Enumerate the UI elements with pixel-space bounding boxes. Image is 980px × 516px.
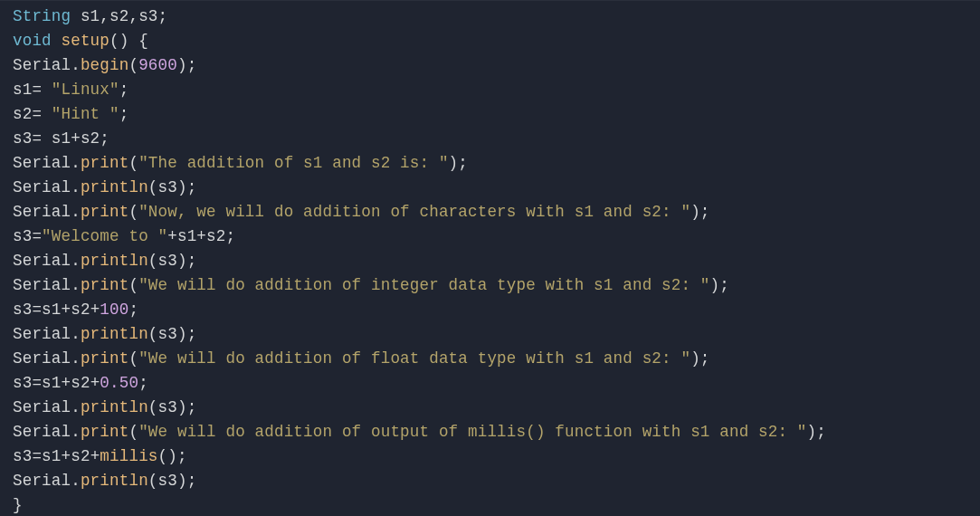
code-token-func: println (81, 252, 148, 270)
code-token-func: print (81, 349, 129, 368)
code-line[interactable]: s3="Welcome to "+s1+s2; (13, 225, 975, 249)
code-token-punct: , (128, 7, 138, 25)
code-line[interactable]: Serial.begin(9600); (13, 53, 975, 78)
code-line[interactable]: s2= "Hint "; (13, 102, 975, 127)
code-token-punct: ( (148, 472, 158, 490)
code-line[interactable]: Serial.print("Now, we will do addition o… (13, 200, 975, 225)
code-token-ident: s1 (81, 7, 100, 25)
code-token-punct: ( (128, 349, 138, 368)
code-token-punct: ( (148, 398, 158, 416)
code-token-punct: ); (177, 252, 196, 270)
code-token-punct: ( (148, 325, 158, 343)
code-token-obj: Serial (13, 472, 71, 490)
code-token-punct: . (71, 423, 81, 441)
code-token-punct: . (71, 472, 81, 490)
code-line[interactable]: Serial.println(s3); (13, 396, 975, 420)
code-token-op: + (90, 374, 100, 392)
code-line[interactable]: Serial.print("We will do addition of out… (13, 420, 975, 444)
code-token-op: + (90, 301, 100, 319)
code-line[interactable]: Serial.print("We will do addition of flo… (13, 347, 975, 371)
code-token-punct: ( (128, 423, 138, 441)
code-token-punct: } (13, 496, 23, 514)
code-area[interactable]: String s1,s2,s3;void setup() {Serial.beg… (0, 1, 980, 516)
code-token-func: millis (100, 447, 157, 465)
code-token-punct: ; (119, 81, 129, 99)
code-token-punct: ); (177, 472, 196, 490)
code-token-obj: Serial (13, 154, 71, 172)
code-token-func: println (81, 472, 148, 490)
code-token-punct: . (71, 252, 81, 270)
code-token-str: "The addition of s1 and s2 is: " (138, 154, 448, 172)
code-line[interactable]: s3=s1+s2+100; (13, 298, 975, 322)
code-token-ident: s1 (42, 447, 61, 465)
code-token-punct: ); (710, 276, 729, 294)
code-token-punct: ; (138, 374, 148, 392)
code-token-punct: ); (177, 178, 196, 196)
code-line[interactable]: s3=s1+s2+millis(); (13, 444, 975, 469)
code-line[interactable]: Serial.print("The addition of s1 and s2 … (13, 151, 975, 176)
code-token-num: 100 (100, 301, 128, 319)
code-token-ident: s3 (158, 325, 177, 343)
code-line[interactable]: Serial.println(s3); (13, 469, 975, 493)
code-token-ident: s3 (158, 472, 177, 490)
code-editor[interactable]: String s1,s2,s3;void setup() {Serial.beg… (0, 0, 980, 516)
code-token-punct: ( (128, 276, 138, 294)
code-token-punct: ; (225, 227, 235, 245)
code-token-func: print (81, 423, 129, 441)
code-token-type: String (13, 7, 81, 25)
code-token-punct: ( (128, 56, 138, 74)
code-token-punct: ; (119, 105, 129, 123)
code-line[interactable]: Serial.println(s3); (13, 176, 975, 200)
code-token-num: 9600 (138, 56, 177, 74)
code-token-ident: s2 (109, 7, 128, 25)
code-token-ident: s3 (13, 374, 32, 392)
code-token-str: "Linux" (52, 81, 119, 99)
code-line[interactable]: Serial.println(s3); (13, 322, 975, 347)
code-token-op: = (32, 227, 42, 245)
code-token-func: begin (81, 56, 129, 74)
code-token-punct: ); (177, 56, 196, 74)
code-token-op: + (71, 129, 81, 148)
code-token-punct: . (71, 154, 81, 172)
code-token-ident: s2 (71, 374, 90, 392)
code-token-func: println (81, 178, 148, 196)
code-token-op: = (32, 301, 42, 319)
code-token-ident: s1 (42, 301, 61, 319)
code-token-ident: s2 (81, 129, 100, 148)
code-line[interactable]: void setup() { (13, 29, 975, 53)
code-line[interactable]: s3=s1+s2+0.50; (13, 371, 975, 396)
code-token-ident: s3 (158, 398, 177, 416)
code-token-op: = (32, 105, 51, 123)
code-token-obj: Serial (13, 252, 71, 270)
code-token-punct: ; (100, 129, 109, 148)
code-token-func: print (81, 203, 129, 221)
code-token-punct: ; (158, 7, 168, 25)
code-line[interactable]: Serial.println(s3); (13, 249, 975, 273)
code-token-punct: . (71, 203, 81, 221)
code-token-punct: . (71, 325, 81, 343)
code-token-obj: Serial (13, 178, 71, 196)
code-line[interactable]: s3= s1+s2; (13, 127, 975, 151)
code-token-ident: s2 (71, 301, 90, 319)
code-token-punct: . (71, 349, 81, 368)
code-token-obj: Serial (13, 423, 71, 441)
code-token-op: = (32, 374, 42, 392)
code-token-str: "We will do addition of integer data typ… (138, 276, 709, 294)
code-token-punct: ( (128, 203, 138, 221)
code-line[interactable]: Serial.print("We will do addition of int… (13, 273, 975, 298)
code-token-obj: Serial (13, 398, 71, 416)
code-line[interactable]: s1= "Linux"; (13, 78, 975, 102)
code-token-op: + (196, 227, 206, 245)
code-token-punct: . (71, 178, 81, 196)
code-token-func: println (81, 325, 148, 343)
code-token-op: + (62, 447, 71, 465)
code-token-str: "We will do addition of output of millis… (138, 423, 806, 441)
code-token-str: "Welcome to " (42, 227, 167, 245)
code-token-punct: ); (449, 154, 468, 172)
code-token-op: + (90, 447, 100, 465)
code-token-ident: s3 (158, 178, 177, 196)
code-token-punct: . (71, 56, 81, 74)
code-line[interactable]: } (13, 493, 975, 516)
code-token-func: println (81, 398, 148, 416)
code-line[interactable]: String s1,s2,s3; (13, 5, 975, 29)
